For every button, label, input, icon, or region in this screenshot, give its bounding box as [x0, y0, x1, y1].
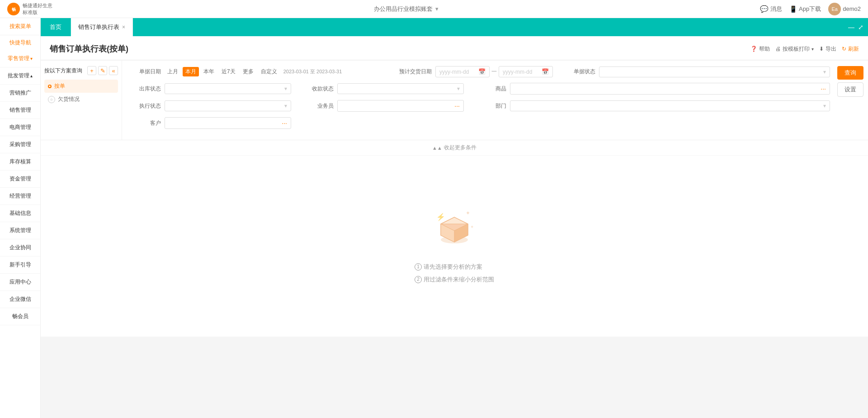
empty-illustration: ⚡ ✦ ✦	[432, 206, 477, 251]
sidebar-item-system[interactable]: 系统管理	[0, 222, 40, 239]
expected-date-to[interactable]: yyyy-mm-dd 📅	[499, 66, 553, 77]
empty-state: ⚡ ✦ ✦ 1 请先选择要分析的方案 2 用过滤条件来缩小分析范围	[41, 156, 868, 337]
chevron-down-icon-collect: ▾	[457, 86, 460, 92]
scheme-actions: + ✎ «	[87, 66, 118, 75]
filter-row-2: 出库状态 ▾ 收款状态 ▾ 商品	[129, 83, 830, 95]
hint-number-2: 2	[415, 276, 422, 283]
sidebar-search[interactable]: 搜索菜单	[0, 18, 40, 35]
dept-select[interactable]: ▾	[510, 100, 830, 111]
scheme-collapse-button[interactable]: «	[109, 66, 118, 75]
collect-status-label: 收款状态	[302, 85, 334, 93]
filter-row-1: 单据日期 上月 本月 本年 近7天 更多 自定义 2023-03-01 至 20…	[129, 66, 830, 77]
header-right: 💬 消息 📱 App下载 Ea demo2	[760, 3, 861, 15]
refresh-icon: ↻	[842, 46, 846, 52]
svg-text:✦: ✦	[470, 224, 474, 229]
breadcrumb[interactable]: 办公用品行业模拟账套 ▾	[374, 5, 439, 13]
sidebar-item-finance[interactable]: 资金管理	[0, 171, 40, 188]
sidebar-item-newbie[interactable]: 新手引导	[0, 256, 40, 274]
sidebar-item-wholesale[interactable]: 批发管理 ▴	[0, 67, 40, 85]
mobile-icon: 📱	[789, 5, 797, 13]
customer-dots[interactable]: ···	[282, 119, 287, 127]
sidebar-item-basic[interactable]: 基础信息	[0, 205, 40, 222]
scheme-header: 按以下方案查询 + ✎ «	[44, 66, 118, 75]
execute-status-select[interactable]: ▾	[165, 100, 291, 111]
tab-active[interactable]: 销售订单执行表 ×	[71, 18, 133, 36]
expected-date-from[interactable]: yyyy-mm-dd 📅	[435, 66, 490, 77]
empty-hint: 1 请先选择要分析的方案 2 用过滤条件来缩小分析范围	[415, 260, 494, 286]
execute-status-label: 执行状态	[129, 102, 161, 110]
status-select[interactable]: ▾	[599, 66, 830, 77]
help-button[interactable]: ❓ 帮助	[750, 45, 770, 53]
tab-home[interactable]: 首页	[41, 18, 71, 36]
scheme-active-dot: ●	[48, 85, 52, 88]
customer-select[interactable]: ···	[165, 117, 291, 129]
header-left: 畅 畅捷通好生意 标准版	[7, 2, 52, 15]
date-group: 上月 本月 本年 近7天 更多 自定义 2023-03-01 至 2023-03…	[165, 67, 387, 76]
scheme-edit-button[interactable]: ✎	[98, 66, 107, 75]
export-icon: ⬇	[819, 46, 824, 52]
date-7days[interactable]: 近7天	[219, 67, 238, 76]
sidebar-item-apps[interactable]: 应用中心	[0, 274, 40, 291]
logo-area: 畅 畅捷通好生意 标准版	[7, 2, 52, 15]
sidebar-item-retail[interactable]: 零售管理 ▾	[0, 50, 40, 67]
sidebar-item-wechat[interactable]: 企业微信	[0, 291, 40, 308]
goods-dots[interactable]: ···	[821, 85, 826, 92]
staff-select[interactable]: ···	[337, 100, 464, 112]
staff-dots[interactable]: ···	[454, 102, 460, 109]
app-download-button[interactable]: 📱 App下载	[789, 5, 821, 13]
date-label: 单据日期	[129, 68, 161, 76]
export-button[interactable]: ⬇ 导出	[819, 45, 836, 53]
chevron-down-icon-exec: ▾	[284, 103, 287, 109]
scheme-add-button[interactable]: +	[87, 66, 96, 75]
minimize-icon[interactable]: —	[848, 24, 854, 31]
sidebar-nav[interactable]: 快捷导航	[0, 35, 40, 50]
maximize-icon[interactable]: ⤢	[858, 24, 863, 31]
filter-panel: 单据日期 上月 本月 本年 近7天 更多 自定义 2023-03-01 至 20…	[122, 61, 837, 140]
date-more[interactable]: 更多	[240, 67, 256, 76]
collect-status-select[interactable]: ▾	[337, 83, 464, 94]
filter-inner: 按以下方案查询 + ✎ « ● 按单 ○	[41, 61, 868, 140]
out-status-select[interactable]: ▾	[165, 83, 291, 94]
date-this-year[interactable]: 本年	[201, 67, 217, 76]
svg-text:⚡: ⚡	[436, 213, 445, 221]
expected-date-label: 预计交货日期	[391, 68, 432, 76]
chevron-down-icon-out: ▾	[284, 86, 287, 92]
goods-select[interactable]: ···	[510, 83, 830, 95]
sidebar-item-ecommerce[interactable]: 电商管理	[0, 119, 40, 136]
sidebar-item-operations[interactable]: 经营管理	[0, 188, 40, 205]
svg-text:✦: ✦	[466, 210, 470, 216]
scheme-item-by-order[interactable]: ● 按单	[44, 80, 118, 93]
chevron-down-icon-dept: ▾	[823, 103, 826, 109]
query-button[interactable]: 查询	[837, 66, 863, 80]
sidebar-item-inventory[interactable]: 库存核算	[0, 153, 40, 171]
sidebar-item-enterprise[interactable]: 企业协同	[0, 239, 40, 256]
page-title: 销售订单执行表(按单)	[50, 43, 128, 60]
sidebar-item-sales[interactable]: 销售管理	[0, 102, 40, 119]
date-last-month[interactable]: 上月	[165, 67, 181, 76]
date-this-month[interactable]: 本月	[183, 67, 199, 76]
page-title-bar: 销售订单执行表(按单) ❓ 帮助 🖨 按模板打印 ▾ ⬇ 导出	[41, 36, 868, 60]
message-button[interactable]: 💬 消息	[760, 5, 782, 13]
sidebar-item-marketing[interactable]: 营销推广	[0, 85, 40, 102]
scheme-item-shortage[interactable]: ○ 欠货情况	[44, 93, 118, 106]
out-status-label: 出库状态	[129, 85, 161, 93]
top-header: 畅 畅捷通好生意 标准版 办公用品行业模拟账套 ▾ 💬 消息 📱 App下载 E…	[0, 0, 868, 18]
date-sep: 一	[491, 68, 497, 76]
sidebar-item-members[interactable]: 畅会员	[0, 308, 40, 325]
tab-close-button[interactable]: ×	[122, 24, 125, 30]
date-custom[interactable]: 自定义	[258, 67, 280, 76]
print-button[interactable]: 🖨 按模板打印 ▾	[775, 45, 814, 53]
refresh-button[interactable]: ↻ 刷新	[842, 45, 859, 53]
logo-icon: 畅	[7, 3, 20, 15]
settings-button[interactable]: 设置	[837, 82, 863, 97]
tab-bar-actions: — ⤢	[848, 24, 868, 31]
user-menu[interactable]: Ea demo2	[828, 3, 861, 15]
sidebar-item-purchase[interactable]: 采购管理	[0, 136, 40, 153]
filter-row-3: 执行状态 ▾ 业务员 ··· 部门	[129, 100, 830, 112]
query-buttons: 查询 设置	[837, 61, 868, 140]
collapse-bar[interactable]: ▲▲ 收起更多条件	[41, 140, 868, 155]
dept-label: 部门	[475, 102, 506, 110]
staff-label: 业务员	[302, 102, 334, 110]
calendar-icon-2: 📅	[542, 68, 549, 75]
print-icon: 🖨	[775, 46, 781, 52]
